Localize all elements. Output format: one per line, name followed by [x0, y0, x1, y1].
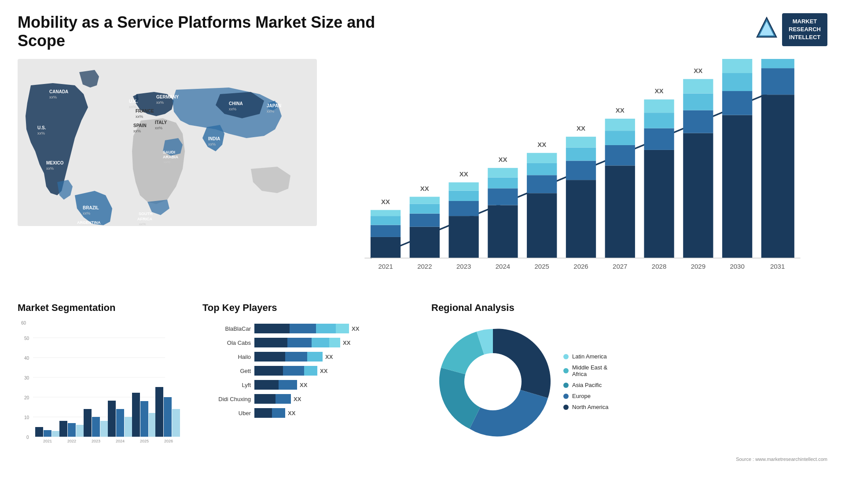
middle-east-label: Middle East &Africa	[572, 364, 607, 377]
svg-rect-73	[605, 145, 635, 165]
svg-rect-72	[605, 165, 635, 258]
player-name: Uber	[202, 410, 251, 416]
svg-rect-118	[52, 431, 60, 437]
svg-rect-48	[449, 216, 479, 258]
bar-seg2	[279, 380, 297, 390]
svg-rect-61	[527, 175, 557, 193]
svg-text:FRANCE: FRANCE	[136, 109, 154, 113]
svg-text:ITALY: ITALY	[155, 120, 167, 125]
svg-text:xx%: xx%	[267, 109, 274, 113]
svg-rect-84	[683, 133, 713, 258]
svg-rect-63	[527, 153, 557, 163]
player-bar	[254, 338, 340, 347]
svg-rect-98	[761, 59, 794, 68]
svg-rect-96	[761, 95, 794, 258]
svg-text:ARABIA: ARABIA	[163, 155, 178, 159]
svg-text:CANADA: CANADA	[49, 89, 68, 94]
svg-rect-91	[722, 91, 752, 115]
player-bar	[254, 366, 317, 376]
svg-text:xx%: xx%	[136, 114, 143, 119]
svg-text:10: 10	[24, 415, 29, 420]
player-bar	[254, 352, 323, 362]
world-map: CANADA xx% U.S. xx% MEXICO xx% BRAZIL xx…	[18, 59, 317, 226]
player-bar	[254, 380, 297, 390]
asia-pacific-dot	[563, 383, 569, 388]
svg-rect-92	[722, 73, 752, 91]
bottom-section: Market Segmentation 0 10 20 30 40 50 60 …	[18, 302, 827, 462]
svg-text:xx%: xx%	[139, 222, 146, 226]
bar-seg1	[254, 394, 276, 404]
svg-rect-86	[683, 93, 713, 110]
svg-rect-128	[108, 401, 116, 437]
svg-text:BRAZIL: BRAZIL	[83, 205, 99, 210]
bar-seg1	[254, 352, 285, 362]
svg-rect-36	[371, 237, 400, 258]
middle-east-dot	[563, 368, 569, 373]
svg-point-146	[464, 353, 522, 410]
svg-text:2031: 2031	[770, 263, 785, 270]
svg-text:30: 30	[24, 376, 29, 380]
svg-rect-42	[410, 227, 440, 258]
svg-rect-93	[722, 59, 752, 73]
svg-text:CHINA: CHINA	[229, 101, 243, 106]
svg-rect-56	[488, 178, 518, 189]
svg-rect-117	[44, 430, 51, 437]
bar-seg2	[290, 324, 316, 333]
donut-area: Latin America Middle East &Africa Asia P…	[431, 320, 827, 443]
svg-rect-136	[155, 387, 163, 437]
svg-text:XX: XX	[577, 124, 585, 132]
europe-dot	[563, 394, 569, 399]
legend-europe: Europe	[563, 393, 608, 399]
legend-north-america: North America	[563, 404, 608, 410]
player-row: Hailo XX	[202, 352, 422, 362]
svg-text:xx%: xx%	[133, 129, 141, 133]
svg-rect-57	[488, 168, 518, 178]
svg-text:2026: 2026	[573, 263, 588, 270]
north-america-label: North America	[572, 404, 608, 410]
svg-rect-122	[76, 425, 84, 437]
svg-text:xx%: xx%	[83, 211, 90, 215]
map-section: CANADA xx% U.S. xx% MEXICO xx% BRAZIL xx…	[18, 59, 317, 289]
svg-rect-132	[132, 393, 140, 437]
svg-rect-75	[605, 119, 635, 131]
svg-text:0: 0	[26, 435, 29, 440]
svg-text:2023: 2023	[92, 439, 100, 443]
player-bar	[254, 394, 291, 404]
svg-text:2030: 2030	[730, 263, 744, 270]
segmentation-section: Market Segmentation 0 10 20 30 40 50 60 …	[18, 302, 194, 462]
svg-text:2021: 2021	[378, 263, 393, 270]
svg-rect-62	[527, 163, 557, 175]
svg-text:MEXICO: MEXICO	[46, 161, 64, 165]
svg-text:2022: 2022	[67, 439, 76, 443]
svg-text:INDIA: INDIA	[208, 136, 220, 141]
svg-text:XX: XX	[498, 156, 507, 163]
logo-area: MARKET RESEARCH INTELLECT	[756, 13, 827, 46]
bar-seg2	[276, 394, 291, 404]
page-title: Mobility as a Service Platforms Market S…	[18, 13, 414, 50]
svg-rect-81	[644, 99, 674, 113]
svg-rect-45	[410, 197, 440, 204]
svg-rect-87	[683, 79, 713, 94]
regional-section: Regional Analysis Latin Ame	[431, 302, 827, 462]
svg-text:2024: 2024	[496, 263, 510, 270]
svg-rect-43	[410, 214, 440, 227]
page-header: Mobility as a Service Platforms Market S…	[18, 13, 827, 50]
legend-middle-east: Middle East &Africa	[563, 364, 608, 377]
svg-rect-67	[566, 161, 596, 180]
svg-text:40: 40	[24, 356, 29, 361]
svg-text:XX: XX	[459, 170, 468, 178]
player-name: Lyft	[202, 382, 251, 388]
player-val: XX	[288, 410, 295, 416]
svg-text:2023: 2023	[456, 263, 471, 270]
source-text: Source : www.marketresearchintellect.com	[431, 457, 827, 462]
svg-rect-39	[371, 210, 400, 216]
player-row: BlaBlaCar XX	[202, 324, 422, 333]
svg-text:xx%: xx%	[46, 166, 54, 171]
svg-rect-116	[35, 427, 43, 437]
svg-text:20: 20	[24, 395, 29, 400]
growth-chart-section: XX 2021 XX 2022 XX 2023 XX 2024	[326, 59, 827, 289]
svg-text:XX: XX	[616, 106, 625, 114]
svg-text:2029: 2029	[691, 263, 705, 270]
europe-label: Europe	[572, 393, 591, 399]
svg-rect-69	[566, 137, 596, 148]
